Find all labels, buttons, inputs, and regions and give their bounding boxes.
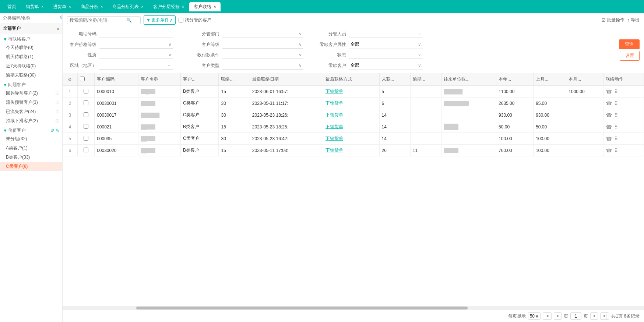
nav-customer-layered[interactable]: 客户分层经营 × xyxy=(149,2,189,11)
sidebar-item-overdue-contact[interactable]: 逾期未联络(30) xyxy=(0,71,62,80)
phone-icon[interactable]: ☎ xyxy=(606,148,612,153)
row-select-checkbox[interactable] xyxy=(84,89,88,93)
row-checkbox[interactable] xyxy=(77,109,95,121)
phone-icon[interactable]: ☎ xyxy=(606,136,612,142)
my-customers-checkbox-label[interactable]: 我分管的客户 xyxy=(179,17,211,23)
refresh-icon[interactable]: ↺ xyxy=(50,128,54,133)
all-customers-header[interactable]: 全部客户 « xyxy=(0,23,62,34)
filter-nature-select[interactable]: ∨ xyxy=(99,51,173,59)
row-select-checkbox[interactable] xyxy=(84,112,88,117)
row-last-contact-method[interactable]: 下销货单 xyxy=(323,86,379,98)
grid-icon[interactable]: ⠿ xyxy=(614,148,618,153)
filter-phone-input[interactable] xyxy=(99,30,173,38)
filter-region-select[interactable]: ··· xyxy=(99,62,173,70)
row-contact-action[interactable]: ☎ ⠿ xyxy=(603,121,644,133)
row-checkbox[interactable] xyxy=(77,121,95,133)
more-conditions-btn[interactable]: ▼ 更多条件 ∧ xyxy=(144,15,176,25)
row-contact-action[interactable]: ☎ ⠿ xyxy=(603,145,644,156)
nav-home[interactable]: 首页 xyxy=(3,2,21,11)
filter-cust-type-select[interactable]: ∨ xyxy=(222,62,303,70)
row-checkbox[interactable] xyxy=(77,98,95,109)
sidebar-item-b-class[interactable]: B类客户(33) xyxy=(0,153,62,162)
row-last-contact-method[interactable]: 下销货单 xyxy=(323,98,379,109)
row-select-checkbox[interactable] xyxy=(84,100,88,105)
row-select-checkbox[interactable] xyxy=(84,136,88,141)
row-last-contact-method[interactable]: 下销货单 xyxy=(323,121,379,133)
row-contact-action[interactable]: ☎ ⠿ xyxy=(603,86,644,98)
close-icon[interactable]: × xyxy=(101,4,103,9)
row-checkbox[interactable] xyxy=(77,145,95,156)
sidebar-search-input[interactable] xyxy=(3,15,58,21)
filter-payment-select[interactable]: ∨ xyxy=(222,51,303,59)
grid-icon[interactable]: ⠿ xyxy=(614,89,618,95)
row-checkbox[interactable] xyxy=(77,86,95,98)
close-icon[interactable]: × xyxy=(68,4,71,9)
grid-icon[interactable]: ⠿ xyxy=(614,136,618,142)
select-all-checkbox[interactable] xyxy=(80,77,85,81)
phone-icon[interactable]: ☎ xyxy=(606,124,612,130)
th-last-month: 上月... xyxy=(534,73,566,86)
search-icon[interactable]: 🔍 xyxy=(126,18,132,23)
filter-cust-level-select[interactable]: ∨ xyxy=(222,41,303,49)
sidebar-item-churn-warning[interactable]: 流失预警客户(3) ⓘ xyxy=(0,98,62,107)
sidebar-item-c-class[interactable]: C类客户(6) xyxy=(0,162,62,171)
batch-ops-btn[interactable]: ☑ 批量操作 xyxy=(602,17,624,23)
nav-product-analysis-list[interactable]: 商品分析列表 × xyxy=(108,2,148,11)
my-customers-checkbox[interactable] xyxy=(179,18,183,22)
close-icon[interactable]: × xyxy=(182,4,184,9)
scrollbar-thumb[interactable] xyxy=(136,307,468,309)
row-contact-action[interactable]: ☎ ⠿ xyxy=(603,98,644,109)
nav-sales-order[interactable]: 销货单 × xyxy=(21,2,48,11)
page-number-input[interactable] xyxy=(570,312,581,320)
row-checkbox[interactable] xyxy=(77,133,95,145)
close-icon[interactable]: × xyxy=(141,4,143,9)
filter-retail-attr-select[interactable]: 全部 ∨ xyxy=(349,40,423,49)
phone-icon[interactable]: ☎ xyxy=(606,100,612,106)
filter-label-dept: 分管部门 xyxy=(190,31,219,37)
phone-icon[interactable]: ☎ xyxy=(606,89,612,95)
row-last-contact-method[interactable]: 下销货单 xyxy=(323,133,379,145)
sidebar-item-7day-contact[interactable]: 近7天待联络(0) xyxy=(0,61,62,71)
row-select-checkbox[interactable] xyxy=(84,148,88,152)
sidebar-item-tomorrow-contact[interactable]: 明天待联络(1) xyxy=(0,52,62,61)
row-contact-action[interactable]: ☎ ⠿ xyxy=(603,109,644,121)
query-button[interactable]: 查询 xyxy=(619,39,640,49)
nav-customer-contact[interactable]: 客户联络 × xyxy=(189,2,220,11)
gear-settings-th[interactable]: ⚙ xyxy=(63,73,77,86)
per-page-select[interactable]: 50 ∨ xyxy=(528,312,541,320)
first-page-btn[interactable]: |< xyxy=(543,312,552,320)
last-page-btn[interactable]: >| xyxy=(600,312,609,320)
filter-dept-select[interactable]: ∨ xyxy=(222,30,303,38)
nav-product-analysis[interactable]: 商品分析 × xyxy=(76,2,107,11)
sidebar-item-ungrouped[interactable]: 未分组(32) xyxy=(0,134,62,144)
grid-icon[interactable]: ⠿ xyxy=(614,112,618,118)
row-select-checkbox[interactable] xyxy=(84,124,88,129)
export-btn[interactable]: ↑ 导出 xyxy=(627,17,640,23)
row-last-contact-method[interactable]: 下销货单 xyxy=(323,145,379,156)
next-page-btn[interactable]: > xyxy=(590,312,598,320)
sidebar-item-a-class[interactable]: A类客户(1) xyxy=(0,144,62,153)
close-icon[interactable]: × xyxy=(214,4,216,9)
prev-page-btn[interactable]: < xyxy=(554,312,562,320)
filter-price-level-select[interactable]: ∨ xyxy=(99,41,173,49)
grid-icon[interactable]: ⠿ xyxy=(614,124,618,130)
nav-purchase-order[interactable]: 进货单 × xyxy=(49,2,75,11)
filter-retail-select[interactable]: 全部 ∨ xyxy=(349,61,423,70)
grid-icon[interactable]: ⠿ xyxy=(614,100,618,106)
sidebar-item-churned[interactable]: 已流失客户(24) ⓘ xyxy=(0,107,62,116)
close-icon[interactable]: × xyxy=(41,4,43,9)
toolbar: 🔍 ▼ 更多条件 ∧ 我分管的客户 ☑ 批量操作 ↑ 导出 xyxy=(63,13,644,27)
horizontal-scrollbar[interactable] xyxy=(63,306,644,310)
search-icon[interactable]: 🔍 xyxy=(60,15,63,21)
search-input[interactable] xyxy=(70,18,125,23)
edit-icon[interactable]: ✎ xyxy=(56,128,59,133)
sidebar-item-declining[interactable]: 持续下滑客户(2) ⓘ xyxy=(0,116,62,125)
filter-status-select[interactable]: ∨ xyxy=(349,51,423,59)
row-last-contact-method[interactable]: 下销货单 xyxy=(323,109,379,121)
sidebar-item-repurchase-abnormal[interactable]: 回购异常客户(2) ⓘ xyxy=(0,89,62,98)
set-button[interactable]: 设置 xyxy=(620,51,640,61)
phone-icon[interactable]: ☎ xyxy=(606,112,612,118)
row-contact-action[interactable]: ☎ ⠿ xyxy=(603,133,644,145)
sidebar-item-today-contact[interactable]: 今天待联络(0) xyxy=(0,43,62,52)
filter-manager-select[interactable]: ··· xyxy=(349,30,423,38)
